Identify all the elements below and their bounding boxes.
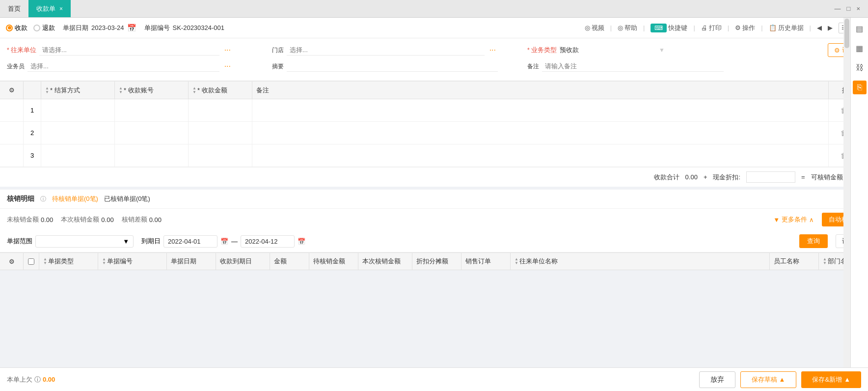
abandon-button[interactable]: 放弃	[699, 371, 735, 388]
row1-remark[interactable]	[252, 99, 829, 121]
business-type-value: 预收款	[560, 46, 657, 55]
history-link[interactable]: 📋 历史单据	[769, 24, 804, 32]
writeoff-section-header: 核销明细 ⓘ 待核销单据(0笔) 已核销单据(0笔)	[0, 187, 868, 209]
diff-label: 核销差额	[122, 215, 147, 224]
plus-sign: +	[704, 173, 707, 181]
maximize-icon[interactable]: □	[847, 5, 851, 12]
row3-account[interactable]	[115, 144, 189, 167]
row2-amount[interactable]	[189, 122, 252, 144]
range-select[interactable]: ▼	[35, 235, 134, 248]
row1-num: 1	[24, 99, 41, 121]
row2-account[interactable]	[115, 122, 189, 144]
sidebar-table-icon[interactable]: ▤	[853, 22, 867, 35]
calendar-icon[interactable]: 📅	[127, 24, 136, 32]
col-settings-header[interactable]: ⚙	[0, 82, 24, 99]
sidebar-grid-icon[interactable]: ▦	[853, 41, 867, 55]
row2-remark[interactable]	[252, 122, 829, 144]
amount-label: * 收款金额	[197, 86, 227, 95]
scrollbar-thumb[interactable]	[844, 19, 849, 48]
current-stat: 本次核销金额 0.00	[61, 215, 113, 224]
total-label: 收款合计	[654, 173, 679, 182]
tab-home-label: 首页	[8, 4, 21, 13]
discount-input[interactable]	[746, 171, 795, 183]
date-value: 2023-03-24	[91, 24, 124, 31]
row2-settlement[interactable]	[41, 122, 115, 144]
salesperson-input[interactable]	[27, 61, 219, 72]
store-more-btn[interactable]: ···	[488, 46, 498, 55]
row3-remark[interactable]	[252, 144, 829, 167]
refund-radio-label: 退款	[42, 24, 55, 32]
bottom-bar: 本单上欠 ⓘ 0.00 放弃 保存草稿 ▲ 保存&新增 ▲	[0, 367, 868, 391]
tab-receipt[interactable]: 收款单 ×	[28, 0, 71, 17]
summary-label: 摘要	[272, 62, 284, 71]
nav-prev-icon[interactable]: ◀	[817, 24, 822, 31]
bottom-stat-info-icon[interactable]: ⓘ	[34, 375, 41, 384]
nav-next-icon[interactable]: ▶	[828, 24, 833, 31]
calendar-start-icon[interactable]: 📅	[220, 238, 228, 245]
bottom-stat-value: 0.00	[43, 376, 55, 383]
bt-col-current: 本次核销金额	[358, 253, 412, 270]
calendar-end-icon[interactable]: 📅	[298, 238, 305, 245]
form-row-1: * 往来单位 ··· 门店 ··· * 业务类型 预收款 ▼ ⚙ 设置	[7, 43, 861, 57]
sidebar-edit-icon[interactable]: ⎘	[853, 81, 867, 94]
tab-close-icon[interactable]: ×	[59, 5, 63, 12]
bt-col-checkbox[interactable]	[24, 253, 39, 270]
number-field-group: 单据编号 SK-20230324-001	[144, 24, 225, 32]
operation-link[interactable]: ⚙ 操作	[735, 24, 755, 32]
scrollbar-area[interactable]	[843, 18, 850, 367]
unchecked-stat: 未核销金额 0.00	[7, 215, 53, 224]
row1-amount[interactable]	[189, 99, 252, 121]
refund-radio[interactable]: 退款	[33, 24, 55, 32]
select-all-checkbox[interactable]	[28, 258, 34, 265]
date-start-input[interactable]	[163, 235, 217, 248]
done-tab[interactable]: 已核销单据(0笔)	[104, 195, 150, 203]
date-label: 单据日期	[63, 24, 88, 32]
bt-col-settings[interactable]: ⚙	[0, 253, 24, 270]
counterpart-input[interactable]	[39, 45, 219, 56]
close-icon[interactable]: ×	[856, 5, 860, 12]
salesperson-field: 业务员 ···	[7, 61, 233, 72]
query-button[interactable]: 查询	[799, 234, 828, 248]
store-field: 门店 ···	[272, 45, 498, 56]
help-icon: ◎	[618, 24, 623, 31]
date-end-input[interactable]	[241, 235, 295, 248]
minimize-icon[interactable]: —	[835, 5, 841, 12]
video-link[interactable]: ◎ 视频	[585, 24, 604, 32]
save-draft-button[interactable]: 保存草稿 ▲	[740, 371, 797, 388]
row2-num: 2	[24, 122, 41, 144]
sidebar-link-icon[interactable]: ⛓	[853, 61, 867, 75]
table-row: 3 🗑 ⎘	[0, 144, 868, 167]
summary-row: 收款合计 0.00 + 现金折扣: = 可核销金额 0.00	[0, 167, 868, 187]
row3-settlement[interactable]	[41, 144, 115, 167]
store-input[interactable]	[287, 45, 485, 56]
help-link[interactable]: ◎ 帮助	[618, 24, 637, 32]
summary-input[interactable]	[287, 61, 498, 72]
date-field-group: 单据日期 2023-03-24 📅	[63, 24, 136, 32]
summary-field: 摘要	[272, 61, 498, 72]
counterpart-more-btn[interactable]: ···	[222, 46, 233, 55]
form-area: * 往来单位 ··· 门店 ··· * 业务类型 预收款 ▼ ⚙ 设置	[0, 38, 868, 81]
writeoff-info-icon[interactable]: ⓘ	[40, 195, 46, 203]
table-row: 2 🗑 ⎘	[0, 122, 868, 144]
bt-col-pending: 待核销金额	[309, 253, 358, 270]
more-cond-chevron: ∧	[809, 216, 814, 223]
settlement-label: * 结算方式	[50, 86, 80, 95]
col-remark-header: 备注	[252, 82, 829, 99]
salesperson-more-btn[interactable]: ···	[222, 62, 233, 71]
due-date-label: 到期日	[141, 237, 161, 246]
shortcut-link[interactable]: ⌨ 快捷键	[651, 24, 687, 32]
pending-tab[interactable]: 待核销单据(0笔)	[52, 195, 98, 203]
row1-settlement[interactable]	[41, 99, 115, 121]
draft-chevron-icon: ▲	[779, 376, 786, 383]
receipt-radio[interactable]: 收款	[6, 24, 27, 32]
more-conditions-btn[interactable]: ▼ 更多条件 ∧	[773, 215, 814, 224]
row1-account[interactable]	[115, 99, 189, 121]
row3-amount[interactable]	[189, 144, 252, 167]
col-settlement-header: ▲▼ * 结算方式	[41, 82, 115, 99]
tab-home[interactable]: 首页	[0, 0, 28, 17]
print-link[interactable]: 🖨 打印	[701, 24, 722, 32]
save-new-button[interactable]: 保存&新增 ▲	[801, 371, 861, 388]
business-type-select[interactable]: 预收款 ▼	[560, 46, 665, 55]
remark-input[interactable]	[542, 61, 724, 72]
settlement-sort-icons: ▲▼	[45, 86, 49, 94]
